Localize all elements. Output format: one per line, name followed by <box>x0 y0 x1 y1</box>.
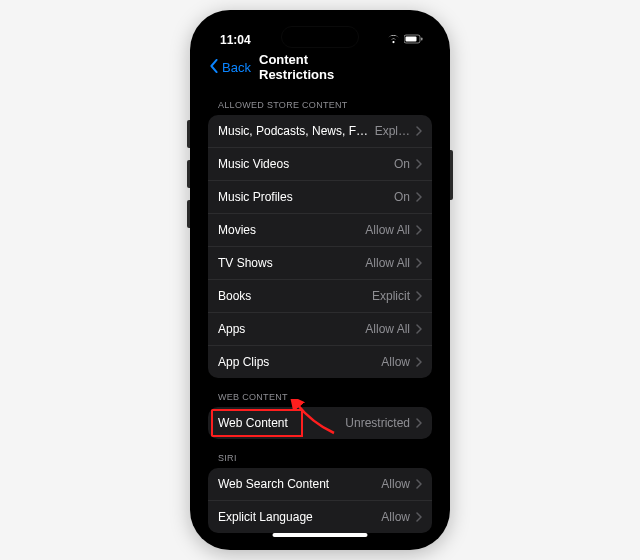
row-label: TV Shows <box>218 256 365 270</box>
iphone-frame: 11:04 Back Content Restrictions ALLOWED … <box>190 10 450 550</box>
row-label: Music Profiles <box>218 190 394 204</box>
row-label: Movies <box>218 223 365 237</box>
section-header-web: WEB CONTENT <box>208 378 432 407</box>
group-siri: Web Search Content Allow Explicit Langua… <box>208 468 432 533</box>
row-value: Allow <box>381 510 410 524</box>
row-music-videos[interactable]: Music Videos On <box>208 147 432 180</box>
row-label: Music, Podcasts, News, Fitness <box>218 124 375 138</box>
row-value: Allow <box>381 355 410 369</box>
row-label: Apps <box>218 322 365 336</box>
chevron-right-icon <box>416 225 422 235</box>
row-value: Allow <box>381 477 410 491</box>
row-label: Web Search Content <box>218 477 381 491</box>
back-button[interactable]: Back <box>208 59 251 76</box>
content-scroll[interactable]: ALLOWED STORE CONTENT Music, Podcasts, N… <box>198 86 442 542</box>
row-value: Allow All <box>365 256 410 270</box>
chevron-left-icon <box>208 59 220 76</box>
row-value: Allow All <box>365 223 410 237</box>
row-label: Music Videos <box>218 157 394 171</box>
row-movies[interactable]: Movies Allow All <box>208 213 432 246</box>
row-label: Web Content <box>218 416 345 430</box>
chevron-right-icon <box>416 512 422 522</box>
chevron-right-icon <box>416 479 422 489</box>
page-title: Content Restrictions <box>259 52 381 82</box>
status-icons <box>387 33 424 47</box>
row-label: Books <box>218 289 372 303</box>
nav-bar: Back Content Restrictions <box>198 52 442 86</box>
chevron-right-icon <box>416 159 422 169</box>
battery-icon <box>404 33 424 47</box>
chevron-right-icon <box>416 258 422 268</box>
row-label: Explicit Language <box>218 510 381 524</box>
chevron-right-icon <box>416 324 422 334</box>
chevron-right-icon <box>416 192 422 202</box>
row-books[interactable]: Books Explicit <box>208 279 432 312</box>
row-web-content[interactable]: Web Content Unrestricted <box>208 407 432 439</box>
row-value: Allow All <box>365 322 410 336</box>
group-allowed-store-content: Music, Podcasts, News, Fitness Expl… Mus… <box>208 115 432 378</box>
dynamic-island <box>281 26 359 48</box>
screen: 11:04 Back Content Restrictions ALLOWED … <box>198 18 442 542</box>
section-header-siri: SIRI <box>208 439 432 468</box>
row-app-clips[interactable]: App Clips Allow <box>208 345 432 378</box>
row-value: On <box>394 190 410 204</box>
back-label: Back <box>222 60 251 75</box>
row-explicit-language[interactable]: Explicit Language Allow <box>208 500 432 533</box>
svg-rect-2 <box>421 38 423 41</box>
chevron-right-icon <box>416 357 422 367</box>
chevron-right-icon <box>416 418 422 428</box>
row-value: Unrestricted <box>345 416 410 430</box>
row-label: App Clips <box>218 355 381 369</box>
row-music-podcasts-news-fitness[interactable]: Music, Podcasts, News, Fitness Expl… <box>208 115 432 147</box>
svg-rect-1 <box>406 37 417 42</box>
row-apps[interactable]: Apps Allow All <box>208 312 432 345</box>
group-web-content: Web Content Unrestricted <box>208 407 432 439</box>
home-indicator[interactable] <box>273 533 368 537</box>
row-web-search-content[interactable]: Web Search Content Allow <box>208 468 432 500</box>
wifi-icon <box>387 33 400 47</box>
row-value: Explicit <box>372 289 410 303</box>
section-header-allowed: ALLOWED STORE CONTENT <box>208 86 432 115</box>
status-time: 11:04 <box>220 33 251 47</box>
row-value: Expl… <box>375 124 410 138</box>
chevron-right-icon <box>416 126 422 136</box>
row-music-profiles[interactable]: Music Profiles On <box>208 180 432 213</box>
row-tv-shows[interactable]: TV Shows Allow All <box>208 246 432 279</box>
chevron-right-icon <box>416 291 422 301</box>
row-value: On <box>394 157 410 171</box>
